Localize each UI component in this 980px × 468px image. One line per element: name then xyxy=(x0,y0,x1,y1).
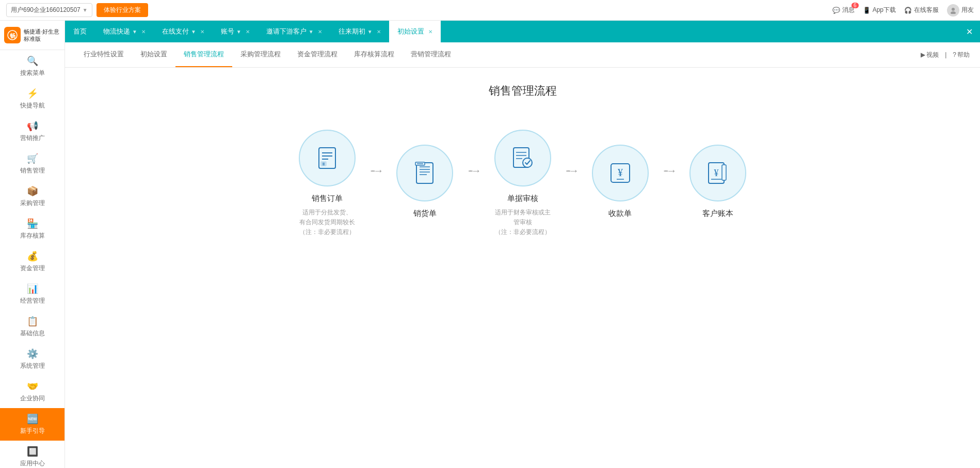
sub-tab-inventory[interactable]: 库存核算流程 xyxy=(346,42,403,67)
flow-step-receipt: ¥ 收款单 xyxy=(579,145,662,223)
nav-tab-home[interactable]: 首页 xyxy=(65,21,95,42)
logo-text: 畅捷通·好生意 标准版 xyxy=(24,28,59,43)
sub-tab-sales-label: 销售管理流程 xyxy=(184,50,224,58)
sub-tab-sales[interactable]: 销售管理流程 xyxy=(175,42,232,67)
svg-rect-8 xyxy=(321,162,326,166)
flow-circle-ledger: ¥ xyxy=(689,145,746,201)
sidebar-item-basic[interactable]: 📋 基础信息 xyxy=(0,310,65,343)
sidebar-item-newguide[interactable]: 🆕 新手引导 xyxy=(0,408,65,441)
invite-close[interactable]: ✕ xyxy=(318,29,322,35)
svg-rect-11 xyxy=(416,163,433,183)
sidebar-item-quicknav[interactable]: ⚡ 快捷导航 xyxy=(0,83,65,115)
nav-tab-invite[interactable]: 邀请下游客户 ▼ ✕ xyxy=(258,21,330,42)
sub-tab-inventory-label: 库存核算流程 xyxy=(354,50,394,58)
nav-tab-period-label: 往来期初 xyxy=(339,27,365,36)
sidebar-label-appcenter: 应用中心 xyxy=(20,459,45,468)
sidebar: 畅 畅捷通·好生意 标准版 🔍 搜索菜单 ⚡ 快捷导航 📢 营销推广 🛒 销售管… xyxy=(0,21,65,468)
sales-order-icon xyxy=(314,145,341,171)
content-area: 首页 物流快递 ▼ ✕ 在线支付 ▼ ✕ 账号 ▼ ✕ 邀请下游客户 ▼ ✕ xyxy=(65,21,980,468)
operation-icon: 📊 xyxy=(27,283,38,294)
nav-tab-home-label: 首页 xyxy=(73,27,87,36)
help-label: 帮助 xyxy=(957,51,970,59)
sub-tab-marketing[interactable]: 营销管理流程 xyxy=(403,42,459,67)
sidebar-item-operation[interactable]: 📊 经营管理 xyxy=(0,278,65,310)
sidebar-label-inventory: 库存核算 xyxy=(20,231,45,240)
audit-icon xyxy=(509,145,536,171)
sales-icon: 🛒 xyxy=(27,153,38,164)
logistics-close[interactable]: ✕ xyxy=(141,29,146,35)
sidebar-label-sales: 销售管理 xyxy=(20,166,45,175)
svg-point-0 xyxy=(952,8,955,11)
sub-tab-init[interactable]: 初始设置 xyxy=(132,42,175,67)
nav-tab-payment[interactable]: 在线支付 ▼ ✕ xyxy=(154,21,213,42)
marketing-icon: 📢 xyxy=(27,120,38,132)
message-item[interactable]: 💬 消息 6 xyxy=(832,6,855,14)
video-label: 视频 xyxy=(926,51,939,59)
period-arrow: ▼ xyxy=(367,29,373,35)
flow-step-invoice: 销货单 xyxy=(383,145,466,223)
trial-button[interactable]: 体验行业方案 xyxy=(97,3,148,17)
sidebar-item-finance[interactable]: 💰 资金管理 xyxy=(0,245,65,278)
sub-header: 行业特性设置 初始设置 销售管理流程 采购管理流程 资金管理流程 库存核算流程 xyxy=(65,42,980,68)
flow-arrow-2: --→ xyxy=(468,165,479,202)
quicknav-icon: ⚡ xyxy=(27,88,38,99)
sidebar-label-system: 系统管理 xyxy=(20,362,45,370)
collab-icon: 🤝 xyxy=(27,381,38,392)
help-link[interactable]: ? 帮助 xyxy=(953,51,970,59)
init-close[interactable]: ✕ xyxy=(428,29,432,35)
top-bar-right: 💬 消息 6 📱 App下载 🎧 在线客服 用友 xyxy=(832,4,974,17)
logo-line1: 畅捷通·好生意 xyxy=(24,28,59,35)
message-badge: 6 xyxy=(852,3,859,8)
nav-tab-logistics[interactable]: 物流快递 ▼ ✕ xyxy=(95,21,154,42)
sidebar-item-inventory[interactable]: 🏪 库存核算 xyxy=(0,213,65,245)
sidebar-label-basic: 基础信息 xyxy=(20,329,45,338)
sidebar-item-marketing[interactable]: 📢 营销推广 xyxy=(0,115,65,148)
svg-point-22 xyxy=(523,158,532,167)
nav-tab-account[interactable]: 账号 ▼ ✕ xyxy=(213,21,258,42)
newguide-icon: 🆕 xyxy=(27,413,38,425)
sidebar-item-collab[interactable]: 🤝 企业协同 xyxy=(0,376,65,408)
sub-tab-capital[interactable]: 资金管理流程 xyxy=(289,42,346,67)
nav-tab-period[interactable]: 往来期初 ▼ ✕ xyxy=(330,21,389,42)
user-avatar-item[interactable]: 用友 xyxy=(947,4,974,17)
sidebar-label-purchase: 采购管理 xyxy=(20,199,45,208)
system-icon: ⚙️ xyxy=(27,348,38,360)
sidebar-label-search: 搜索菜单 xyxy=(20,69,45,77)
sidebar-item-sales[interactable]: 🛒 销售管理 xyxy=(0,148,65,180)
svg-text:¥: ¥ xyxy=(618,167,623,178)
page-title: 销售管理流程 xyxy=(75,83,970,99)
global-close-icon[interactable]: ✕ xyxy=(959,27,980,37)
nav-tab-init[interactable]: 初始设置 ✕ xyxy=(389,21,441,42)
flow-label-receipt: 收款单 xyxy=(608,209,632,219)
search-icon: 🔍 xyxy=(27,55,38,67)
sidebar-item-system[interactable]: ⚙️ 系统管理 xyxy=(0,343,65,376)
inventory-icon: 🏪 xyxy=(27,218,38,229)
flow-step-ledger: ¥ 客户账本 xyxy=(677,145,759,223)
user-dropdown-arrow: ▼ xyxy=(83,7,88,13)
sidebar-label-finance: 资金管理 xyxy=(20,264,45,273)
app-download-item[interactable]: 📱 App下载 xyxy=(863,6,896,14)
service-item[interactable]: 🎧 在线客服 xyxy=(904,6,939,14)
top-bar-left: 用户690企业1660120507 ▼ 体验行业方案 xyxy=(6,3,148,17)
user-selector[interactable]: 用户690企业1660120507 ▼ xyxy=(6,3,92,17)
payment-close[interactable]: ✕ xyxy=(200,29,204,35)
period-close[interactable]: ✕ xyxy=(377,29,381,35)
app-label: App下载 xyxy=(873,6,896,14)
sidebar-item-appcenter[interactable]: 🔲 应用中心 xyxy=(0,441,65,468)
page-content: 销售管理流程 销售订 xyxy=(65,68,980,468)
nav-tabs: 首页 物流快递 ▼ ✕ 在线支付 ▼ ✕ 账号 ▼ ✕ 邀请下游客户 ▼ ✕ xyxy=(65,21,980,42)
ledger-icon: ¥ xyxy=(704,160,731,186)
sidebar-item-purchase[interactable]: 📦 采购管理 xyxy=(0,180,65,213)
account-close[interactable]: ✕ xyxy=(246,29,250,35)
avatar xyxy=(947,4,959,17)
sub-tab-purchase[interactable]: 采购管理流程 xyxy=(232,42,289,67)
sub-tab-industry[interactable]: 行业特性设置 xyxy=(75,42,132,67)
flow-arrow-1: --→ xyxy=(371,165,381,202)
invoice-icon xyxy=(411,160,438,186)
video-icon: ▶ xyxy=(921,51,925,58)
video-link[interactable]: ▶ 视频 xyxy=(921,51,939,59)
flow-arrow-3: --→ xyxy=(566,165,577,202)
flow-step-sales-order: 销售订单 适用于分批发货、有合同发货周期较长（注：非必要流程） xyxy=(286,130,368,238)
sidebar-item-search[interactable]: 🔍 搜索菜单 xyxy=(0,50,65,83)
logo-line2: 标准版 xyxy=(24,35,59,42)
